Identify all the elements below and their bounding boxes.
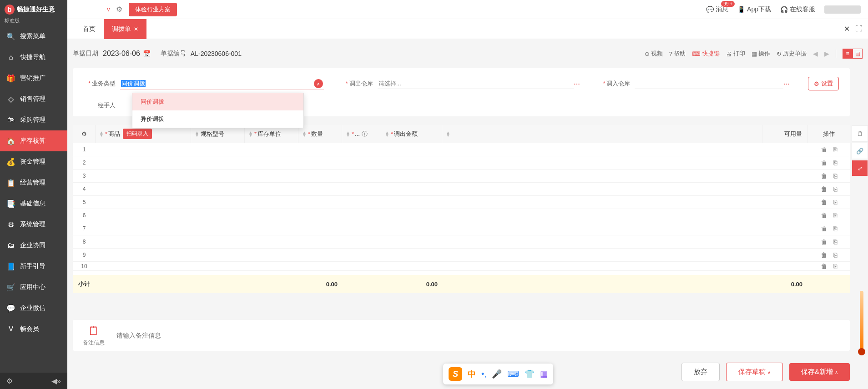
thermometer-widget[interactable]: [858, 291, 865, 364]
sidebar-item-inventory[interactable]: 🏠库存核算: [0, 130, 67, 151]
th-spacer[interactable]: ▲▼: [442, 125, 762, 143]
close-all-icon[interactable]: ✕: [844, 25, 850, 33]
delete-icon[interactable]: 🗑: [821, 199, 827, 206]
copy-icon[interactable]: ⎘: [833, 146, 837, 153]
sidebar-item-basicinfo[interactable]: 📑基础信息: [0, 193, 67, 214]
delete-icon[interactable]: 🗑: [821, 172, 827, 180]
ellipsis-icon[interactable]: ···: [783, 80, 790, 87]
delete-icon[interactable]: 🗑: [821, 212, 827, 219]
delete-icon[interactable]: 🗑: [821, 146, 827, 153]
save-draft-button[interactable]: 保存草稿∧: [726, 363, 783, 381]
help-button[interactable]: ?帮助: [669, 50, 686, 58]
copy-icon[interactable]: ⎘: [833, 251, 837, 259]
collapse-icon[interactable]: ◀»: [51, 377, 61, 385]
app-download-link[interactable]: 📱 App下载: [737, 5, 771, 14]
table-row[interactable]: 9🗑⎘: [73, 249, 850, 262]
shortcut-button[interactable]: ⌨快捷键: [692, 50, 720, 58]
delete-icon[interactable]: 🗑: [821, 185, 827, 193]
table-row[interactable]: 8🗑⎘: [73, 235, 850, 249]
calendar-icon[interactable]: 📅: [143, 50, 151, 57]
tab-transfer-order[interactable]: 调拨单 ✕: [104, 19, 146, 39]
th-qty[interactable]: ▲▼*数量: [298, 125, 342, 143]
scan-button[interactable]: 扫码录入: [123, 129, 152, 139]
view-list-button[interactable]: ≡: [843, 49, 853, 59]
sidebar-item-search[interactable]: 🔍搜索菜单: [0, 26, 67, 47]
fullscreen-icon[interactable]: ⛶: [855, 25, 863, 33]
float-link-icon[interactable]: 🔗: [852, 143, 868, 159]
tab-home[interactable]: 首页: [75, 19, 104, 39]
history-button[interactable]: ↻历史单据: [777, 50, 807, 58]
chevron-down-icon[interactable]: ∨: [106, 6, 111, 13]
sidebar-item-wechat[interactable]: 💬企业微信: [0, 298, 67, 319]
copy-icon[interactable]: ⎘: [833, 225, 837, 232]
table-row[interactable]: 10🗑⎘: [73, 262, 850, 271]
ime-keyboard-icon[interactable]: ⌨: [507, 369, 519, 379]
video-button[interactable]: ⊙视频: [645, 50, 663, 58]
sidebar-item-system[interactable]: ⚙系统管理: [0, 214, 67, 235]
dropdown-option-same-price[interactable]: 同价调拨: [132, 93, 303, 110]
settings-icon[interactable]: ⚙: [6, 377, 13, 385]
delete-icon[interactable]: 🗑: [821, 225, 827, 232]
copy-icon[interactable]: ⎘: [833, 199, 837, 206]
ime-toolbar[interactable]: S 中 •, 🎤 ⌨ 👕 ▦: [443, 364, 553, 384]
ime-punct-icon[interactable]: •,: [481, 369, 486, 379]
sidebar-item-appstore[interactable]: 🛒应用中心: [0, 277, 67, 298]
info-icon[interactable]: ⓘ: [362, 130, 368, 138]
sidebar-item-sales[interactable]: ◇销售管理: [0, 89, 67, 110]
float-expand-icon[interactable]: ⤢: [852, 160, 868, 176]
sidebar-item-marketing[interactable]: 🎁营销推广: [0, 68, 67, 89]
copy-icon[interactable]: ⎘: [833, 185, 837, 193]
delete-icon[interactable]: 🗑: [821, 159, 827, 166]
sidebar-item-operation[interactable]: 📋经营管理: [0, 172, 67, 193]
delete-icon[interactable]: 🗑: [821, 238, 827, 245]
remarks-input[interactable]: [116, 332, 843, 339]
float-note-icon[interactable]: 🗒: [852, 125, 868, 142]
sidebar-item-enterprise[interactable]: 🗂企业协同: [0, 235, 67, 256]
table-config-icon[interactable]: ⚙: [73, 125, 96, 143]
operate-button[interactable]: ▦操作: [752, 50, 770, 58]
ellipsis-icon[interactable]: ···: [574, 80, 580, 87]
trial-button[interactable]: 体验行业方案: [129, 3, 177, 16]
sidebar-item-purchase[interactable]: 🛍采购管理: [0, 110, 67, 130]
discard-button[interactable]: 放弃: [681, 363, 720, 381]
sogou-logo-icon[interactable]: S: [449, 367, 462, 381]
table-row[interactable]: 5🗑⎘: [73, 196, 850, 209]
sidebar-item-vip[interactable]: V畅会员: [0, 319, 67, 339]
print-button[interactable]: 🖨打印: [726, 50, 745, 58]
in-warehouse-input[interactable]: [635, 78, 783, 89]
table-row[interactable]: 4🗑⎘: [73, 183, 850, 196]
table-row[interactable]: 3🗑⎘: [73, 170, 850, 183]
save-new-button[interactable]: 保存&新增∧: [789, 363, 850, 381]
topbar-gear-icon[interactable]: ⚙: [116, 5, 122, 14]
th-out-amount[interactable]: ▲▼*调出金额: [381, 125, 442, 143]
sidebar-item-guide[interactable]: 📘新手引导: [0, 256, 67, 277]
ime-voice-icon[interactable]: 🎤: [492, 369, 502, 379]
copy-icon[interactable]: ⎘: [833, 172, 837, 180]
messages-link[interactable]: 💬 消息 99 +: [706, 5, 728, 14]
settings-button[interactable]: ⚙设置: [808, 77, 839, 90]
sidebar-item-finance[interactable]: 💰资金管理: [0, 151, 67, 172]
user-avatar[interactable]: [824, 5, 861, 14]
delete-icon[interactable]: 🗑: [821, 251, 827, 259]
date-value[interactable]: 2023-06-06: [103, 50, 140, 58]
close-icon[interactable]: ✕: [134, 26, 138, 32]
copy-icon[interactable]: ⎘: [833, 212, 837, 219]
th-collapsed[interactable]: ▲▼*...ⓘ: [342, 125, 381, 143]
branch-selector[interactable]: [75, 5, 102, 14]
out-warehouse-input[interactable]: [378, 78, 574, 89]
dropdown-option-diff-price[interactable]: 异价调拨: [132, 110, 303, 128]
table-row[interactable]: 6🗑⎘: [73, 209, 850, 222]
copy-icon[interactable]: ⎘: [833, 238, 837, 245]
next-doc-icon[interactable]: ▶: [824, 50, 829, 57]
table-row[interactable]: 1🗑⎘: [73, 143, 850, 156]
chevron-up-icon[interactable]: ∧: [314, 79, 323, 88]
copy-icon[interactable]: ⎘: [833, 159, 837, 166]
copy-icon[interactable]: ⎘: [833, 263, 837, 270]
service-link[interactable]: 🎧 在线客服: [780, 5, 815, 14]
view-card-button[interactable]: ▤: [853, 49, 863, 59]
ime-toolbox-icon[interactable]: ▦: [540, 369, 548, 379]
sidebar-item-quicknav[interactable]: ⌂快捷导航: [0, 47, 67, 68]
prev-doc-icon[interactable]: ◀: [813, 50, 818, 57]
biz-type-input[interactable]: 同价调拨: [120, 78, 324, 90]
th-available[interactable]: 可用量: [762, 125, 808, 143]
